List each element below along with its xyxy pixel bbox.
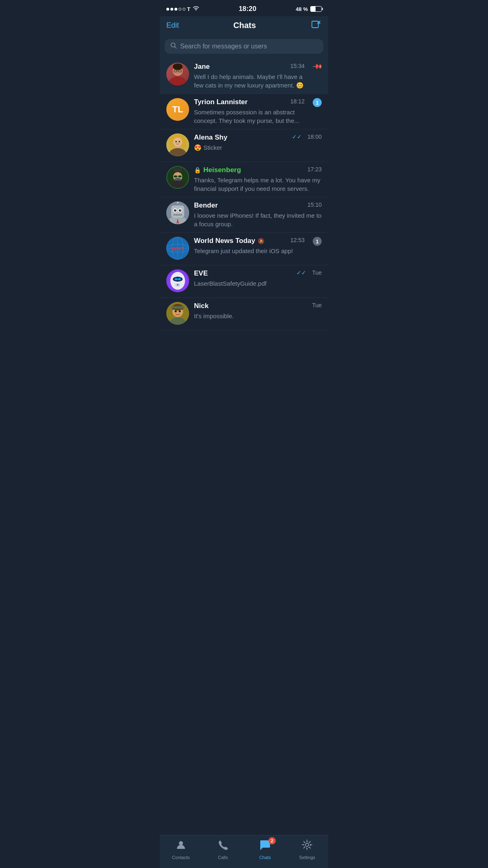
tab-calls[interactable]: Calls [202, 839, 244, 860]
chat-name: 🔒 Heisenberg [194, 166, 241, 174]
chat-header: 🔒 Heisenberg 17:23 [194, 166, 322, 174]
chats-label: Chats [259, 855, 271, 860]
status-left: T [166, 6, 199, 12]
list-item[interactable]: Jane 15:34 Well I do help animals. Maybe… [160, 59, 328, 94]
wifi-icon [193, 6, 199, 12]
svg-point-23 [179, 141, 180, 142]
chat-content: Bender 15:10 I looove new iPhones! If fa… [194, 201, 322, 228]
tab-contacts[interactable]: Contacts [160, 839, 202, 860]
chat-name: Jane [194, 63, 210, 71]
signal-dot-2 [170, 8, 173, 11]
chat-preview: It's impossible. [194, 312, 322, 320]
list-item[interactable]: EVE ✓✓ Tue LaserBlastSafetyGuide.pdf [160, 265, 328, 298]
tab-chats[interactable]: 2 Chats [244, 839, 286, 860]
svg-point-39 [174, 209, 176, 212]
svg-line-4 [175, 47, 176, 48]
svg-point-70 [175, 310, 177, 313]
list-item[interactable]: Bender 15:10 I looove new iPhones! If fa… [160, 197, 328, 233]
chat-content: Tyrion Lannister 18:12 Sometimes possess… [194, 98, 305, 125]
avatar [166, 166, 189, 189]
contacts-label: Contacts [172, 855, 190, 860]
page-title: Chats [233, 21, 256, 30]
svg-point-71 [179, 310, 181, 313]
search-bar[interactable]: Search for messages or users [165, 39, 323, 54]
chat-preview: Telegram just updated their iOS app! [194, 247, 305, 255]
avatar [166, 269, 189, 292]
svg-rect-32 [179, 175, 181, 177]
signal-dots [166, 8, 185, 11]
chat-preview: LaserBlastSafetyGuide.pdf [194, 279, 322, 288]
chat-name: EVE [194, 269, 208, 278]
signal-dot-4 [179, 8, 181, 11]
svg-point-48 [177, 202, 179, 203]
tab-settings[interactable]: Settings [286, 839, 329, 860]
chat-header: Jane 15:34 [194, 63, 305, 71]
status-time: 18:20 [239, 5, 256, 13]
svg-point-42 [180, 210, 181, 210]
svg-point-14 [173, 63, 183, 70]
double-check-icon: ✓✓ [292, 133, 302, 140]
chats-unread-badge: 2 [268, 837, 276, 844]
svg-rect-74 [171, 306, 184, 308]
calls-label: Calls [218, 855, 228, 860]
status-right: 48 % [296, 6, 322, 12]
avatar [166, 302, 189, 325]
chat-content: 🔒 Heisenberg 17:23 Thanks, Telegram help… [194, 166, 322, 193]
chat-right: 1 [309, 98, 322, 107]
search-container: Search for messages or users [160, 36, 328, 59]
avatar [166, 63, 189, 85]
signal-dot-5 [183, 8, 185, 11]
chat-name: Bender [194, 201, 218, 210]
chat-content: Jane 15:34 Well I do help animals. Maybe… [194, 63, 305, 90]
chat-content: Nick Tue It's impossible. [194, 302, 322, 320]
chat-name: Alena Shy [194, 133, 227, 142]
svg-text:WNT: WNT [172, 246, 184, 252]
mute-icon: 🔕 [258, 238, 264, 244]
chat-time: 18:00 [307, 133, 322, 140]
pin-icon: 📌 [312, 61, 323, 72]
chat-name: Tyrion Lannister [194, 98, 248, 106]
chats-tab-wrapper: 2 [259, 839, 272, 853]
list-item[interactable]: 🔒 Heisenberg 17:23 Thanks, Telegram help… [160, 162, 328, 197]
settings-icon [301, 839, 313, 853]
status-bar: T 18:20 48 % [160, 0, 328, 16]
settings-label: Settings [299, 855, 315, 860]
chat-preview: Thanks, Telegram helps me a lot. You hav… [194, 176, 322, 193]
chat-time: 15:34 [290, 63, 305, 69]
svg-point-76 [305, 843, 309, 846]
chat-name: World News Today 🔕 [194, 237, 264, 245]
list-item[interactable]: WNT World News Today 🔕 12:53 Telegram ju… [160, 233, 328, 265]
chat-content: World News Today 🔕 12:53 Telegram just u… [194, 237, 305, 255]
chat-header: Tyrion Lannister 18:12 [194, 98, 305, 106]
list-item[interactable]: TL Tyrion Lannister 18:12 Sometimes poss… [160, 94, 328, 129]
unread-badge: 1 [313, 237, 322, 246]
chat-right: 📌 [309, 63, 322, 70]
chat-list: Jane 15:34 Well I do help animals. Maybe… [160, 59, 328, 363]
battery-icon [310, 6, 322, 12]
contacts-icon [175, 839, 187, 853]
svg-point-77 [304, 842, 310, 848]
search-placeholder-text: Search for messages or users [180, 43, 267, 50]
tab-bar: Contacts Calls 2 Chats [160, 835, 328, 868]
avatar [166, 133, 189, 156]
chat-preview: Sometimes possession is an abstract conc… [194, 108, 305, 125]
compose-button[interactable] [310, 20, 322, 31]
chat-preview: Well I do help animals. Maybe I'll have … [194, 72, 305, 90]
double-check-icon: ✓✓ [296, 269, 306, 276]
chat-time: 18:12 [290, 98, 305, 105]
svg-point-40 [179, 209, 181, 212]
svg-rect-31 [174, 175, 177, 177]
chat-right: 1 [309, 237, 322, 246]
list-item[interactable]: Alena Shy ✓✓ 18:00 😍 Sticker [160, 129, 328, 162]
chat-header: Bender 15:10 [194, 201, 322, 210]
edit-button[interactable]: Edit [166, 21, 179, 30]
chat-header: EVE ✓✓ Tue [194, 269, 322, 278]
chat-time: 12:53 [290, 237, 305, 243]
signal-dot-1 [166, 8, 169, 11]
list-item[interactable]: Nick Tue It's impossible. [160, 298, 328, 330]
chat-preview: I looove new iPhones! If fact, they invi… [194, 211, 322, 228]
chat-time: Tue [312, 269, 322, 276]
svg-point-75 [179, 841, 183, 845]
unread-badge: 1 [313, 98, 322, 107]
lock-icon: 🔒 [194, 167, 201, 173]
